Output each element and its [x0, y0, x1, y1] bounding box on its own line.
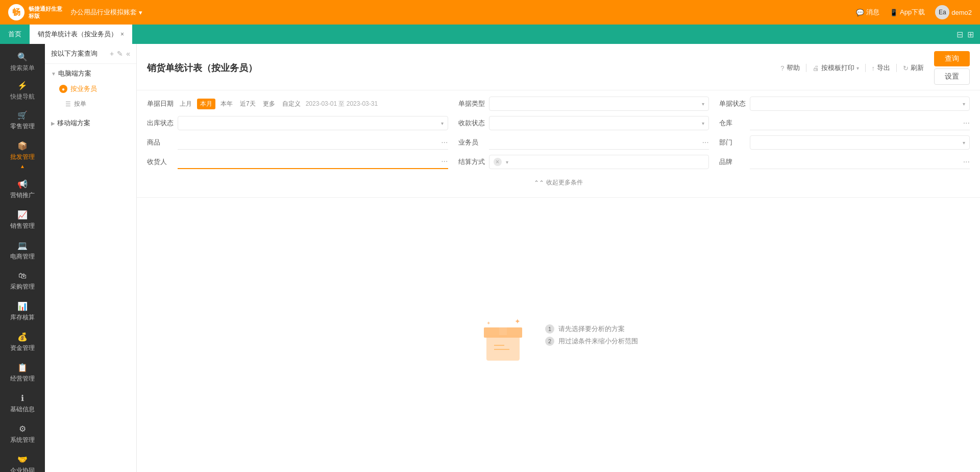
filter-staff-item: 业务员 ···	[458, 135, 709, 150]
collapse-button[interactable]: ⌃⌃ 收起更多条件	[528, 176, 589, 189]
scheme-add-button[interactable]: +	[110, 50, 114, 58]
sidebar-item-operations[interactable]: 📋 经营管理	[0, 358, 45, 388]
sidebar-item-finance[interactable]: 💰 资金管理	[0, 327, 45, 358]
filter-receiver-label: 收货人	[147, 157, 178, 167]
filter-receiver-control[interactable]: ···	[178, 155, 448, 169]
collapse-up-icon: ⌃⌃	[534, 179, 544, 186]
scheme-item-bystaff[interactable]: ● 按业务员	[45, 81, 136, 97]
filter-dept-item: 部门 ▾	[719, 135, 970, 150]
dept-dropdown-icon: ▾	[963, 140, 965, 146]
filter-doctype-control[interactable]: ▾	[489, 97, 709, 111]
filter-warehouse-item: 仓库 ···	[719, 116, 970, 130]
sidebar-item-retail[interactable]: 🛒 零售管理	[0, 105, 45, 136]
page-actions: ? 帮助 🖨 按模板打印 ▾ ↑ 导出	[780, 51, 970, 85]
top-header: 畅 畅捷通好生意 标版 办公用品行业模拟账套 ▾ 💬 消息 📱 App下载 Ea…	[0, 0, 980, 25]
sidebar-item-system[interactable]: ⚙ 系统管理	[0, 419, 45, 450]
tab-bar: 首页 销货单统计表（按业务员） × ⊟ ⊞	[0, 25, 980, 44]
tab-salesreport[interactable]: 销货单统计表（按业务员） ×	[30, 25, 132, 44]
filter-staff-control[interactable]: ···	[489, 135, 709, 150]
export-button[interactable]: ↑ 导出	[872, 63, 891, 73]
right-btn-stack: 查询 设置	[934, 51, 970, 85]
sidebar-item-purchase[interactable]: 🛍 采购管理	[0, 266, 45, 296]
user-menu[interactable]: Ea demo2	[935, 5, 972, 19]
filter-collectstatus-control[interactable]: ▾	[489, 116, 709, 130]
content-area: 按以下方案查询 + ✎ « ▼ 电脑端方案 ● 按业务员 ☰ 按单	[45, 44, 980, 472]
staff-dots-icon[interactable]: ···	[702, 138, 708, 147]
filter-brand-control[interactable]: ···	[750, 155, 970, 169]
tab-maximize-button[interactable]: ⊞	[967, 30, 974, 39]
tab-close-button[interactable]: ×	[120, 31, 124, 38]
date-range-display: 2023-03-01 至 2023-03-31	[306, 100, 378, 108]
filter-date-label: 单据日期	[147, 99, 178, 108]
query-button[interactable]: 查询	[934, 51, 970, 66]
scheme-edit-button[interactable]: ✎	[117, 50, 123, 58]
filter-settle-control[interactable]: × ▾	[489, 155, 709, 169]
scheme-group-mobile[interactable]: ▶ 移动端方案	[45, 115, 136, 131]
sidebar-item-ecommerce[interactable]: 💻 电商管理	[0, 235, 45, 266]
filter-dept-control[interactable]: ▾	[750, 135, 970, 150]
settle-clear-button[interactable]: ×	[494, 158, 502, 166]
scheme-mobile-section: ▶ 移动端方案	[45, 113, 136, 133]
date-tab-7days[interactable]: 近7天	[238, 99, 258, 109]
filter-goods-item: 商品 ···	[147, 135, 448, 150]
date-tab-lastmonth[interactable]: 上月	[178, 99, 194, 109]
filter-outstatus-control[interactable]: ▾	[178, 116, 448, 130]
empty-tips: 1 请先选择要分析的方案 2 用过滤条件来缩小分析范围	[545, 324, 638, 346]
help-button[interactable]: ? 帮助	[780, 63, 799, 73]
sidebar-item-inventory[interactable]: 📊 库存核算	[0, 296, 45, 327]
operations-icon: 📋	[17, 363, 28, 372]
filter-goods-control[interactable]: ···	[178, 135, 448, 150]
message-button[interactable]: 💬 消息	[856, 8, 879, 17]
tab-home[interactable]: 首页	[0, 25, 30, 44]
filter-brand-item: 品牌 ···	[719, 155, 970, 169]
export-icon: ↑	[872, 64, 875, 72]
refresh-button[interactable]: ↻ 刷新	[903, 63, 924, 73]
message-icon: 💬	[856, 9, 864, 16]
print-button[interactable]: 🖨 按模板打印 ▾	[813, 63, 859, 73]
date-tab-thisyear[interactable]: 本年	[218, 99, 235, 109]
scheme-item-byorder[interactable]: ☰ 按单	[45, 97, 136, 111]
app-logo-text: 畅捷通好生意 标版	[29, 5, 62, 20]
warehouse-dots-icon[interactable]: ···	[963, 119, 970, 128]
app-logo-icon: 畅	[8, 4, 24, 20]
filter-brand-label: 品牌	[719, 157, 750, 167]
enterprise-icon: 🤝	[17, 455, 28, 464]
filter-warehouse-label: 仓库	[719, 119, 750, 128]
filter-receiver-item: 收货人 ···	[147, 155, 448, 169]
date-tab-more[interactable]: 更多	[261, 99, 277, 109]
brand-dots-icon[interactable]: ···	[963, 157, 970, 167]
settings-button[interactable]: 设置	[934, 68, 970, 85]
tip-num-1: 1	[545, 324, 554, 334]
date-tab-thismonth[interactable]: 本月	[197, 99, 215, 109]
wholesale-expand-icon: ▲	[20, 163, 25, 169]
empty-illustration-svg: ✦ ✦	[479, 310, 530, 366]
docstatus-dropdown-icon: ▾	[963, 101, 965, 107]
filter-outstatus-item: 出库状态 ▾	[147, 116, 448, 130]
filter-doctype-item: 单据类型 ▾	[458, 97, 709, 111]
actions-divider-2	[865, 64, 866, 72]
sidebar-item-basic[interactable]: ℹ 基础信息	[0, 388, 45, 419]
sidebar-item-search[interactable]: 🔍 搜索菜单	[0, 48, 45, 77]
sidebar-item-marketing[interactable]: 📢 营销推广	[0, 174, 45, 205]
workspace-selector[interactable]: 办公用品行业模拟账套 ▾	[70, 8, 142, 17]
goods-dots-icon[interactable]: ···	[441, 138, 448, 147]
filter-docstatus-control[interactable]: ▾	[750, 97, 970, 111]
sidebar-item-enterprise[interactable]: 🤝 企业协同	[0, 450, 45, 472]
scheme-panel-title: 按以下方案查询	[51, 49, 97, 58]
sidebar-item-sales[interactable]: 📈 销售管理	[0, 205, 45, 235]
scheme-group-arrow-mobile: ▶	[51, 121, 55, 126]
receiver-dots-icon[interactable]: ···	[441, 157, 448, 166]
filter-dept-label: 部门	[719, 138, 750, 147]
scheme-pc-section: ▼ 电脑端方案 ● 按业务员 ☰ 按单	[45, 64, 136, 113]
sidebar-item-quicknav[interactable]: ⚡ 快捷导航	[0, 77, 45, 105]
scheme-group-pc[interactable]: ▼ 电脑端方案	[45, 66, 136, 81]
tab-minimize-button[interactable]: ⊟	[957, 30, 963, 39]
search-icon: 🔍	[17, 52, 28, 62]
filter-goods-label: 商品	[147, 138, 178, 147]
scheme-collapse-button[interactable]: «	[126, 50, 130, 58]
filter-warehouse-control[interactable]: ···	[750, 116, 970, 130]
date-tab-custom[interactable]: 自定义	[280, 99, 303, 109]
filter-collectstatus-item: 收款状态 ▾	[458, 116, 709, 130]
app-download-button[interactable]: 📱 App下载	[890, 8, 925, 17]
sidebar-item-wholesale[interactable]: 📦 批发管理 ▲	[0, 136, 45, 174]
